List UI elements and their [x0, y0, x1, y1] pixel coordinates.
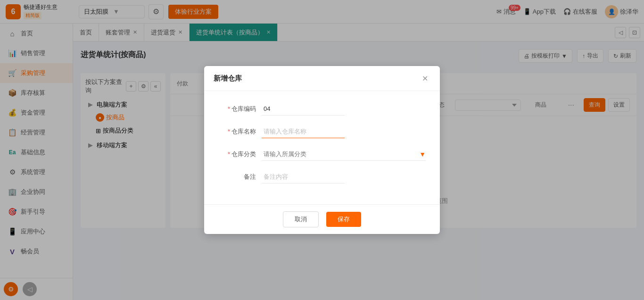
- add-warehouse-modal: 新增仓库 ✕ 仓库编码 仓库名称 仓库分类: [204, 66, 440, 234]
- modal-title: 新增仓库: [214, 74, 242, 83]
- category-arrow-icon[interactable]: ▼: [419, 150, 426, 158]
- code-label: 仓库编码: [218, 105, 256, 113]
- name-input-wrapper: [262, 125, 426, 138]
- category-input[interactable]: [262, 148, 419, 160]
- name-label: 仓库名称: [218, 127, 256, 136]
- category-row: 仓库分类 ▼: [218, 148, 426, 161]
- category-select-wrapper: ▼: [262, 148, 426, 161]
- modal-header: 新增仓库 ✕: [204, 66, 440, 91]
- modal-footer: 取消 保存: [204, 204, 440, 234]
- modal-overlay: 新增仓库 ✕ 仓库编码 仓库名称 仓库分类: [0, 0, 644, 300]
- modal-body: 仓库编码 仓库名称 仓库分类 ▼: [204, 91, 440, 204]
- note-input[interactable]: [262, 170, 345, 183]
- code-row: 仓库编码: [218, 102, 426, 116]
- code-input[interactable]: [262, 102, 345, 116]
- save-button[interactable]: 保存: [326, 212, 361, 227]
- name-row: 仓库名称: [218, 125, 426, 138]
- cancel-button[interactable]: 取消: [283, 211, 319, 227]
- category-label: 仓库分类: [218, 150, 256, 158]
- note-input-wrapper: [262, 170, 426, 183]
- code-input-wrapper: [262, 102, 426, 116]
- name-input[interactable]: [262, 125, 345, 138]
- modal-close-button[interactable]: ✕: [419, 73, 430, 84]
- note-row: 备注: [218, 170, 426, 183]
- note-label: 备注: [218, 173, 256, 181]
